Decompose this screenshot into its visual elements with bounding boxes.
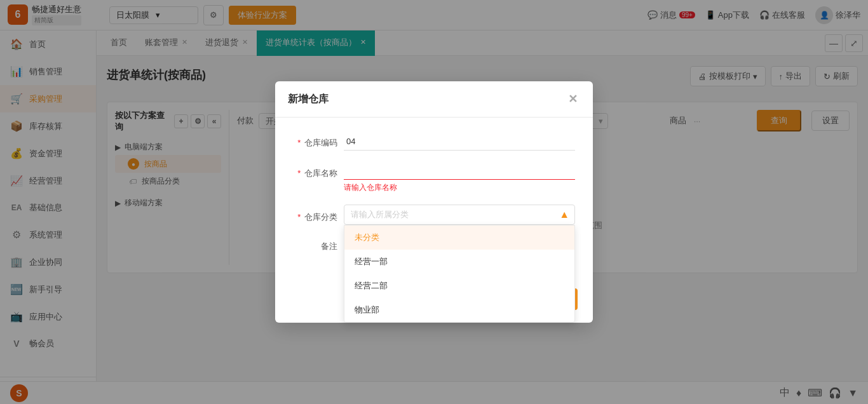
dropdown-option-property[interactable]: 物业部	[344, 298, 574, 322]
modal-close-button[interactable]: ✕	[565, 91, 580, 107]
modal-body: * 仓库编码 * 仓库名称 请输入仓库名称	[275, 118, 593, 281]
code-label: * 仓库编码	[293, 133, 344, 149]
note-label: 备注	[293, 236, 344, 252]
modal-new-warehouse: 新增仓库 ✕ * 仓库编码 * 仓库名称	[275, 81, 593, 323]
name-label: * 仓库名称	[293, 163, 344, 179]
name-error-msg: 请输入仓库名称	[344, 182, 397, 193]
category-dropdown-list: 未分类 经营一部 经营二部 物业部	[344, 225, 575, 323]
form-row-name: * 仓库名称 请输入仓库名称	[293, 162, 575, 193]
category-label: * 仓库分类	[293, 207, 344, 223]
category-placeholder: 请输入所属分类	[351, 209, 409, 220]
modal-overlay: 新增仓库 ✕ * 仓库编码 * 仓库名称	[0, 0, 868, 404]
name-input[interactable]	[344, 162, 575, 180]
dropdown-option-op1[interactable]: 经营一部	[344, 250, 574, 274]
chevron-up-icon: ▲	[559, 209, 569, 220]
category-dropdown-wrapper: 请输入所属分类 ▲ 未分类 经营一部 经营二部 物业部	[344, 205, 575, 225]
dropdown-option-unclassified[interactable]: 未分类	[344, 226, 574, 250]
modal-title: 新增仓库	[288, 93, 329, 106]
modal-header: 新增仓库 ✕	[275, 81, 593, 118]
dropdown-option-op2[interactable]: 经营二部	[344, 274, 574, 298]
category-dropdown-trigger[interactable]: 请输入所属分类 ▲	[344, 205, 575, 225]
code-input[interactable]	[344, 133, 575, 151]
form-row-code: * 仓库编码	[293, 133, 575, 151]
form-row-category: * 仓库分类 请输入所属分类 ▲ 未分类 经营一部 经营二部 物业部	[293, 205, 575, 225]
